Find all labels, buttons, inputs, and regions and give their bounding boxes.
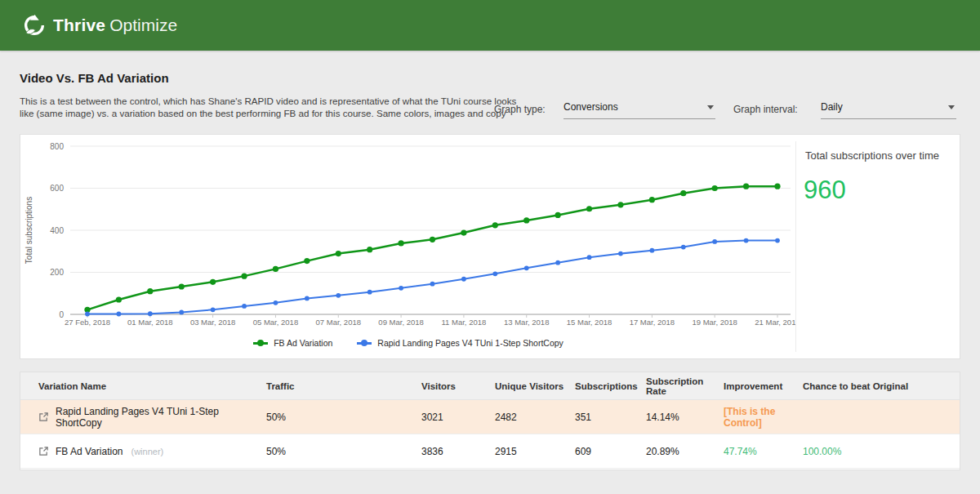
brand-name-light: Optimize [109,16,177,35]
subscription-rate-value: 20.89% [646,446,724,457]
unique-visitors-value: 2915 [495,446,575,457]
results-table: Variation Name Traffic Visitors Unique V… [20,372,960,470]
legend-series-marker-icon [357,339,372,347]
legend-series-label: FB Ad Variation [274,338,332,348]
visitors-value: 3021 [421,412,495,423]
column-header-variation-name: Variation Name [20,381,266,391]
column-header-subscription-rate: Subscription Rate [646,376,724,396]
top-bar: Thrive Optimize [0,0,980,51]
svg-text:400: 400 [50,226,64,235]
svg-text:Total subscriptions: Total subscriptions [24,197,33,264]
chart-card: 020040060080027 Feb, 201801 Mar, 201803 … [20,134,960,359]
summary-label: Total subscriptions over time [805,149,939,162]
table-row-winner: FB Ad Variation (winner) 50% 3836 2915 6… [20,434,960,469]
brand-logo[interactable]: Thrive Optimize [23,14,177,37]
svg-text:19 Mar, 2018: 19 Mar, 2018 [692,318,737,327]
unique-visitors-value: 2482 [495,412,575,423]
chart-summary-divider [795,141,796,352]
winner-badge: (winner) [131,447,164,456]
graph-type-label: Graph type: [494,104,546,115]
page-title: Video Vs. FB Ad Variation [20,71,169,85]
column-header-traffic: Traffic [266,381,421,391]
brand-name-bold: Thrive [53,16,105,35]
page-description-line2: like (same image) vs. a variation based … [20,108,516,120]
svg-text:03 Mar, 2018: 03 Mar, 2018 [190,318,235,327]
variation-name[interactable]: FB Ad Variation [56,446,123,457]
legend-series-marker-icon [253,339,268,347]
svg-text:15 Mar, 2018: 15 Mar, 2018 [567,318,612,327]
column-header-unique-visitors: Unique Visitors [495,381,575,391]
graph-type-value: Conversions [564,95,715,113]
subscriptions-value: 351 [575,412,646,423]
svg-text:800: 800 [50,142,64,151]
visitors-value: 3836 [421,446,495,457]
svg-text:09 Mar, 2018: 09 Mar, 2018 [378,318,423,327]
table-row-control: Rapid Landing Pages V4 TUni 1-Step Short… [20,400,960,434]
svg-text:07 Mar, 2018: 07 Mar, 2018 [316,318,361,327]
conversions-line-chart: 020040060080027 Feb, 201801 Mar, 201803 … [20,140,796,345]
improvement-value: 47.74% [724,446,803,457]
column-header-visitors: Visitors [421,381,495,391]
svg-text:0: 0 [59,310,64,319]
graph-interval-label: Graph interval: [733,104,798,115]
svg-text:27 Feb, 2018: 27 Feb, 2018 [65,318,110,327]
chevron-down-icon [948,105,955,109]
table-header-row: Variation Name Traffic Visitors Unique V… [20,372,960,400]
subscription-rate-value: 14.14% [646,412,724,423]
chevron-down-icon [707,105,714,109]
page-description: This is a test between the control, whic… [20,96,516,119]
legend-series-label: Rapid Landing Pages V4 TUni 1-Step Short… [377,338,563,348]
app: Thrive Optimize Video Vs. FB Ad Variatio… [0,0,980,494]
traffic-value: 50% [266,412,421,423]
svg-text:05 Mar, 2018: 05 Mar, 2018 [253,318,298,327]
svg-text:13 Mar, 2018: 13 Mar, 2018 [504,318,549,327]
svg-text:11 Mar, 2018: 11 Mar, 2018 [442,318,487,327]
svg-text:01 Mar, 2018: 01 Mar, 2018 [127,318,172,327]
column-header-improvement: Improvement [724,381,803,391]
thrive-logo-icon [23,14,46,37]
chart-legend: FB Ad VariationRapid Landing Pages V4 TU… [20,334,796,352]
chance-to-beat-value: 100.00% [803,446,960,457]
graph-type-select[interactable]: Conversions [564,95,715,119]
svg-text:17 Mar, 2018: 17 Mar, 2018 [630,318,675,327]
improvement-value: [This is the Control] [724,406,803,429]
svg-text:21 Mar, 2018: 21 Mar, 2018 [755,318,796,327]
external-link-icon[interactable] [38,412,49,422]
svg-text:200: 200 [50,268,64,277]
variation-name[interactable]: Rapid Landing Pages V4 TUni 1-Step Short… [56,406,258,429]
graph-interval-select[interactable]: Daily [821,95,956,119]
traffic-value: 50% [266,446,421,457]
page-description-line1: This is a test between the control, whic… [20,96,516,108]
column-header-chance-to-beat: Chance to beat Original [803,381,960,391]
subscriptions-value: 609 [575,446,646,457]
graph-interval-value: Daily [821,95,956,113]
variation-name-link[interactable]: FB Ad Variation (winner) [20,446,266,457]
legend-item: Rapid Landing Pages V4 TUni 1-Step Short… [357,338,563,348]
svg-text:600: 600 [50,184,64,193]
variation-name-link[interactable]: Rapid Landing Pages V4 TUni 1-Step Short… [20,406,266,429]
legend-item: FB Ad Variation [253,338,332,348]
column-header-subscriptions: Subscriptions [575,381,646,391]
summary-total-value: 960 [804,176,846,205]
external-link-icon[interactable] [38,446,49,456]
